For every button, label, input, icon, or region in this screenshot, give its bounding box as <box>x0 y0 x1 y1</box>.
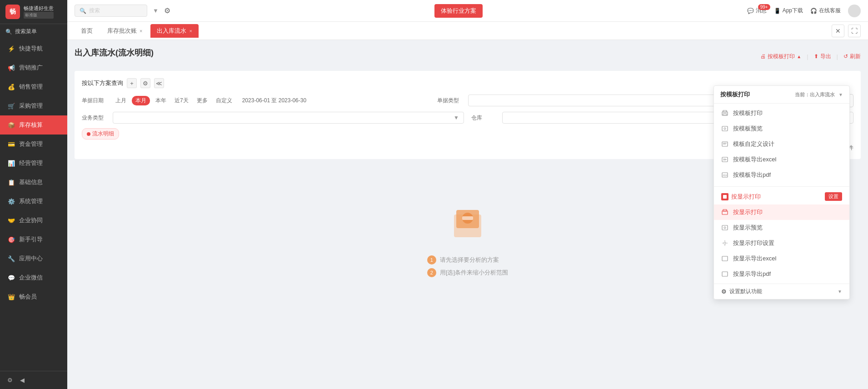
header-gear-icon[interactable]: ⚙ <box>164 6 170 15</box>
sidebar-search-btn[interactable]: 🔍 搜索菜单 <box>5 28 62 35</box>
inventory-icon: 📦 <box>7 121 15 129</box>
tab-flow[interactable]: 出入库流水 × <box>150 24 198 38</box>
tab-flow-close[interactable]: × <box>189 28 192 34</box>
app-download-label: App下载 <box>783 7 803 15</box>
sidebar-item-wechat[interactable]: 💬 企业微信 <box>0 268 67 287</box>
empty-tip-2: 2 用[选]条件来缩小分析范围 <box>427 268 508 277</box>
filter-tag-dot <box>87 132 90 136</box>
date-opt-7days[interactable]: 近7天 <box>172 96 191 105</box>
sidebar-item-marketing[interactable]: 📢 营销推广 <box>0 58 67 77</box>
tab-batch-close[interactable]: × <box>140 28 142 34</box>
date-opt-lastmonth[interactable]: 上月 <box>113 96 129 105</box>
dropdown-item-display-print[interactable]: 按显示打印 <box>714 204 849 220</box>
empty-tip-1: 1 请先选择要分析的方案 <box>427 255 508 264</box>
dropdown-item-template-print[interactable]: 按模板打印 <box>714 105 849 121</box>
main-area: 🔍 搜索 ▼ ⚙ 体验行业方案 💬 消息 99+ 📱 App下载 <box>67 0 868 389</box>
date-options: 上月 本月 本年 近7天 更多 自定义 <box>113 96 235 105</box>
search-header-label: 按以下方案查询 <box>82 79 123 87</box>
dropdown-item-display-preview[interactable]: 按显示预览 <box>714 220 849 235</box>
date-range: 2023-06-01 至 2023-06-30 <box>242 97 306 105</box>
search-settings-btn[interactable]: ⚙ <box>140 78 150 88</box>
dropdown-item-display-pdf[interactable]: 按显示导出pdf <box>714 266 849 282</box>
print-toolbar-btn[interactable]: 🖨 按模板打印 ▲ <box>760 53 801 60</box>
headset-icon: 🎧 <box>810 8 817 14</box>
footer-arrow: ▼ <box>838 289 842 294</box>
sidebar-item-finance[interactable]: 💳 资金管理 <box>0 135 67 154</box>
online-service-action[interactable]: 🎧 在线客服 <box>810 7 841 15</box>
content-wrapper: 出入库流水(流水明细) 🖨 按模板打印 ▲ | ⬆ 导出 | <box>67 40 868 389</box>
dropdown-divider <box>714 186 849 187</box>
search-collapse-btn[interactable]: ≪ <box>154 78 164 88</box>
message-action[interactable]: 💬 消息 99+ <box>747 7 767 15</box>
display-pdf-icon <box>721 270 728 278</box>
quicknav-icon: ⚡ <box>7 45 15 53</box>
sidebar-item-apps[interactable]: 🔧 应用中心 <box>0 249 67 268</box>
dropdown-panel: 按模板打印 当前：出入库流水 ▼ 按模板打印 <box>713 85 850 299</box>
date-opt-custom[interactable]: 自定义 <box>213 96 235 105</box>
dropdown-header-right: 当前：出入库流水 ▼ <box>795 91 843 98</box>
sidebar-item-collab[interactable]: 🤝 企业协同 <box>0 211 67 230</box>
user-avatar[interactable] <box>848 5 861 17</box>
tab-bar-left: 首页 库存批次账 × 出入库流水 × <box>75 24 199 38</box>
tab-batch[interactable]: 库存批次账 × <box>101 24 149 38</box>
tab-home[interactable]: 首页 <box>75 24 99 38</box>
date-opt-thismonth[interactable]: 本月 <box>132 96 150 105</box>
warehouse-label: 仓库 <box>471 114 499 122</box>
excel-icon <box>721 156 728 163</box>
sidebar-item-basic[interactable]: 📋 基础信息 <box>0 173 67 192</box>
dropdown-item-template-pdf[interactable]: PDF 按模板导出pdf <box>714 167 849 183</box>
apps-icon: 🔧 <box>7 254 15 263</box>
biz-field: 业务类型 ▼ <box>82 112 464 124</box>
phone-icon: 📱 <box>774 8 781 14</box>
refresh-icon: ↺ <box>843 53 848 60</box>
tab-close-btn[interactable]: ✕ <box>832 25 844 37</box>
sidebar-item-system[interactable]: ⚙️ 系统管理 <box>0 192 67 211</box>
sidebar-item-label: 企业协同 <box>19 216 43 224</box>
sidebar-settings-icon[interactable]: ⚙ <box>7 377 13 384</box>
item-label: 按模板打印 <box>733 109 763 117</box>
header-right: 💬 消息 99+ 📱 App下载 🎧 在线客服 <box>747 5 861 17</box>
sidebar-item-operation[interactable]: 📊 经营管理 <box>0 154 67 173</box>
biz-select[interactable]: ▼ <box>113 112 464 124</box>
export-icon: ⬆ <box>814 53 818 60</box>
pdf-icon: PDF <box>721 171 728 179</box>
svg-point-22 <box>724 242 726 244</box>
trial-button[interactable]: 体验行业方案 <box>434 4 483 18</box>
sidebar-item-member[interactable]: 👑 畅会员 <box>0 287 67 306</box>
header-search-box[interactable]: 🔍 搜索 <box>75 5 147 17</box>
dropdown-item-template-preview[interactable]: 按模板预览 <box>714 121 849 136</box>
sidebar-item-quicknav[interactable]: ⚡ 快捷导航 <box>0 39 67 58</box>
dropdown-item-display-settings[interactable]: 按显示打印设置 <box>714 235 849 251</box>
footer-content[interactable]: ⚙ 设置默认功能 <box>721 288 762 295</box>
sidebar-item-inventory[interactable]: 📦 库存核算 <box>0 115 67 135</box>
header-left: 🔍 搜索 ▼ ⚙ <box>75 5 170 17</box>
tab-expand-btn[interactable]: ⛶ <box>848 25 861 37</box>
sidebar-item-sales[interactable]: 💰 销售管理 <box>0 77 67 96</box>
sidebar-search-area[interactable]: 🔍 搜索菜单 <box>0 24 67 39</box>
filter-tag[interactable]: 流水明细 <box>82 128 119 140</box>
sidebar-collapse-icon[interactable]: ◀ <box>20 377 25 384</box>
sidebar-item-label: 库存核算 <box>19 121 43 129</box>
system-icon: ⚙️ <box>7 197 15 205</box>
item-label: 模板自定义设计 <box>733 140 774 148</box>
svg-rect-12 <box>722 157 728 162</box>
app-download-action[interactable]: 📱 App下载 <box>774 7 803 15</box>
sidebar-item-purchase[interactable]: 🛒 采购管理 <box>0 96 67 115</box>
sidebar-item-guide[interactable]: 🎯 新手引导 <box>0 230 67 249</box>
date-opt-more[interactable]: 更多 <box>194 96 210 105</box>
dropdown-item-template-custom[interactable]: 模板自定义设计 <box>714 136 849 152</box>
header-dropdown-icon[interactable]: ▼ <box>153 7 159 14</box>
dropdown-item-display-excel[interactable]: 按显示导出excel <box>714 251 849 266</box>
date-opt-thisyear[interactable]: 本年 <box>153 96 169 105</box>
display-preview-icon <box>721 224 728 231</box>
display-settings-icon <box>721 239 728 247</box>
setup-button[interactable]: 设置 <box>825 192 842 201</box>
export-toolbar-btn[interactable]: ⬆ 导出 <box>814 53 831 60</box>
logo-tag: 标准版 <box>24 12 54 19</box>
refresh-toolbar-btn[interactable]: ↺ 刷新 <box>843 53 861 60</box>
filter-tag-label: 流水明细 <box>92 130 114 138</box>
dropdown-item-template-excel[interactable]: 按模板导出excel <box>714 152 849 167</box>
member-icon: 👑 <box>7 293 15 301</box>
item-label: 按显示导出excel <box>733 254 776 263</box>
search-add-btn[interactable]: + <box>127 78 137 88</box>
